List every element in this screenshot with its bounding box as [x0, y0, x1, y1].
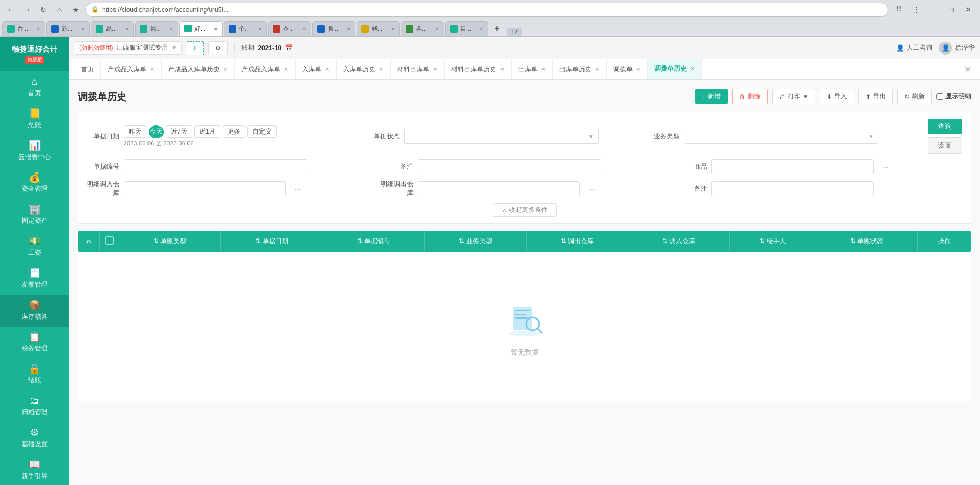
to-wh-input[interactable] [418, 181, 580, 196]
browser-tab-2[interactable]: 新... ✕ [46, 21, 90, 36]
filter-settings-button[interactable]: 设置 [928, 137, 962, 154]
print-button[interactable]: 🖨 打印 ▼ [772, 89, 815, 104]
goods-more-icon[interactable]: ··· [878, 162, 893, 171]
browser-tab-1[interactable]: 在... ✕ [2, 21, 45, 36]
tab-close-icon[interactable]: ✕ [302, 26, 306, 32]
goods-input[interactable] [711, 159, 874, 174]
page-tab-transfer-hist[interactable]: 调拨单历史 ✕ [648, 59, 702, 80]
page-tab-in-order[interactable]: 入库单 ✕ [296, 59, 337, 80]
biz-type-select[interactable]: ▼ [684, 129, 878, 144]
maximize-btn[interactable]: ◻ [943, 2, 958, 17]
show-detail-input[interactable] [936, 93, 943, 100]
query-button[interactable]: 查询 [928, 119, 962, 134]
tab-close-icon[interactable]: ✕ [258, 26, 262, 32]
sidebar-logo[interactable]: 畅捷通好会计 旗舰版 [0, 37, 69, 71]
page-tabs-close-btn[interactable]: ✕ [961, 64, 975, 75]
bookmark-button[interactable]: ★ [69, 3, 82, 16]
sidebar-item-ledger[interactable]: 📒 总账 [0, 103, 69, 135]
menu-btn[interactable]: ⋮ [909, 2, 924, 17]
page-tab-transfer[interactable]: 调拨单 ✕ [607, 59, 648, 80]
tab-close-icon[interactable]: ✕ [125, 26, 129, 32]
sidebar-item-reports[interactable]: 📊 云报表中心 [0, 135, 69, 167]
tab-close-icon[interactable]: ✕ [80, 26, 85, 32]
th-date[interactable]: ⇅ 单据日期 [221, 231, 323, 253]
th-status[interactable]: ⇅ 单账状态 [816, 231, 917, 253]
tab-close-icon[interactable]: ✕ [36, 26, 41, 32]
tab-close-icon[interactable]: ✕ [391, 26, 395, 32]
company-selector[interactable]: (勿删勿禁用) 江西服宝测试专用 ▼ [75, 41, 182, 55]
tab-close-icon[interactable]: ✕ [346, 26, 351, 32]
page-tab-home[interactable]: 首页 [75, 59, 101, 80]
th-to-wh[interactable]: ⇅ 调入仓库 [628, 231, 730, 253]
browser-tab-6[interactable]: 个... ✕ [224, 21, 267, 36]
from-wh-input[interactable] [124, 181, 286, 196]
tab-close-icon[interactable]: ✕ [435, 26, 439, 32]
tab-close-icon[interactable]: ✕ [169, 26, 173, 32]
sidebar-item-inventory[interactable]: 📦 库存核算 [0, 295, 69, 327]
page-tab-in-hist[interactable]: 入库单历史 ✕ [337, 59, 391, 80]
browser-tab-3[interactable]: 易... ✕ [91, 21, 134, 36]
delete-button[interactable]: 🗑 删除 [732, 89, 768, 104]
sidebar-item-funds[interactable]: 💰 资金管理 [0, 167, 69, 199]
th-settings[interactable]: ⚙ [78, 231, 100, 253]
tab-close-icon[interactable]: ✕ [479, 26, 484, 32]
calendar-icon[interactable]: 📅 [285, 44, 293, 52]
th-from-wh[interactable]: ⇅ 调出仓库 [526, 231, 628, 253]
tab-close-icon[interactable]: ✕ [150, 66, 155, 73]
tab-close-icon[interactable]: ✕ [379, 66, 384, 73]
export-button[interactable]: ⬆ 导出 [858, 89, 893, 104]
page-tab-out-hist[interactable]: 出库单历史 ✕ [553, 59, 607, 80]
select-all-checkbox[interactable] [105, 236, 114, 245]
remark-input[interactable] [418, 159, 601, 174]
tab-close-icon[interactable]: ✕ [636, 66, 641, 73]
sidebar-item-archive[interactable]: 🗂 归档管理 [0, 390, 69, 422]
import-button[interactable]: ⬇ 导入 [820, 89, 854, 104]
th-handler[interactable]: ⇅ 经手人 [730, 231, 816, 253]
tab-close-icon[interactable]: ✕ [541, 66, 546, 73]
th-no[interactable]: ⇅ 单据编号 [323, 231, 424, 253]
th-checkbox[interactable] [100, 231, 119, 253]
from-wh-more-icon[interactable]: ··· [290, 184, 305, 193]
browser-tab-10[interactable]: 各... ✕ [401, 21, 444, 36]
page-tab-product-in[interactable]: 产成品入库单 ✕ [101, 59, 162, 80]
browser-tab-7[interactable]: 企... ✕ [268, 21, 311, 36]
sidebar-item-closing[interactable]: 🔒 结账 [0, 358, 69, 390]
page-tab-product-in-hist[interactable]: 产成品入库单历史 ✕ [162, 59, 235, 80]
doc-no-input[interactable] [124, 159, 307, 174]
page-tab-product-in2[interactable]: 产成品入库单 ✕ [235, 59, 296, 80]
sidebar-item-invoice[interactable]: 🧾 发票管理 [0, 263, 69, 295]
th-biz-type[interactable]: ⇅ 业务类型 [425, 231, 526, 253]
sidebar-item-assets[interactable]: 🏢 固定资产 [0, 199, 69, 231]
date-custom-btn[interactable]: 自定义 [247, 125, 277, 138]
refresh-button[interactable]: ↻ 刷新 [897, 89, 932, 104]
add-company-button[interactable]: + [186, 41, 204, 55]
minimize-btn[interactable]: — [926, 2, 941, 17]
new-button[interactable]: + 新增 [695, 89, 728, 104]
extension-btn[interactable]: ⠿ [891, 2, 907, 17]
date-month-btn[interactable]: 近1月 [194, 125, 221, 138]
company-settings-button[interactable]: ⚙ [208, 41, 228, 55]
note-input[interactable] [711, 181, 874, 196]
tab-close-icon[interactable]: ✕ [595, 66, 600, 73]
tab-close-icon[interactable]: ✕ [433, 66, 438, 73]
tab-add-button[interactable]: + [489, 21, 505, 36]
date-yesterday-btn[interactable]: 昨天 [124, 125, 146, 138]
collapse-button[interactable]: ∧ 收起更多条件 [493, 203, 557, 217]
sidebar-item-guide[interactable]: 📖 新手引导 [0, 454, 69, 485]
page-tab-material-out[interactable]: 材料出库单 ✕ [391, 59, 445, 80]
status-select[interactable]: ▼ [404, 129, 599, 144]
tab-close-icon[interactable]: ✕ [223, 66, 228, 73]
tab-close-icon[interactable]: ✕ [213, 26, 218, 32]
date-more-btn[interactable]: 更多 [223, 125, 245, 138]
sidebar-item-settings[interactable]: ⚙ 基础设置 [0, 422, 69, 454]
sidebar-item-wages[interactable]: 💵 工资 [0, 231, 69, 263]
browser-tab-9[interactable]: 畅... ✕ [357, 21, 400, 36]
user-info[interactable]: 👤 徐泽华 [939, 42, 975, 55]
home-button[interactable]: ⌂ [53, 3, 66, 16]
browser-tab-11[interactable]: 目... ✕ [445, 21, 488, 36]
to-wh-more-icon[interactable]: ··· [584, 184, 599, 193]
address-bar[interactable]: 🔒 https://cloud.chanjet.com/accounting/u… [85, 3, 888, 17]
tab-close-icon[interactable]: ✕ [284, 66, 288, 73]
tab-close-icon[interactable]: ✕ [690, 65, 695, 72]
page-tab-material-out-hist[interactable]: 材料出库单历史 ✕ [445, 59, 512, 80]
